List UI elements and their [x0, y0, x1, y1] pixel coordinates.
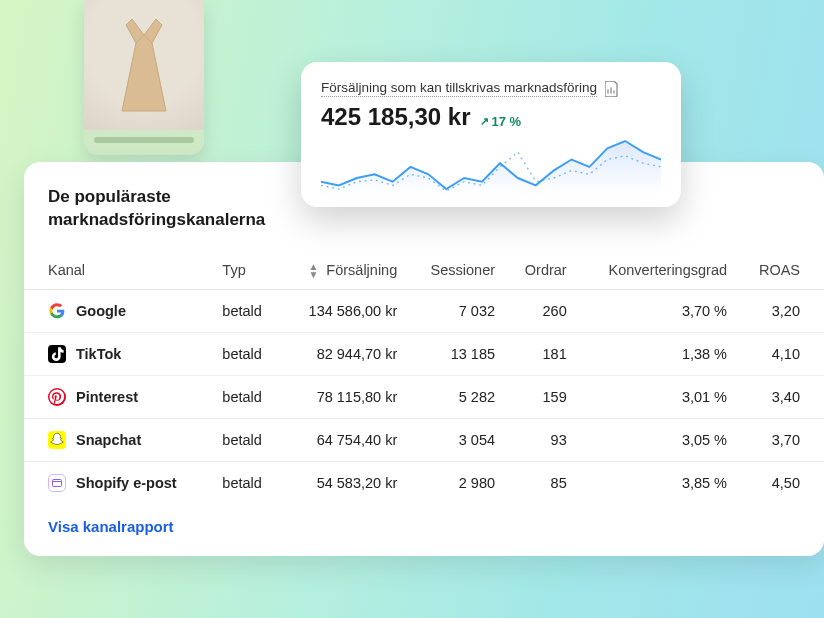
- channel-name: Google: [76, 303, 126, 319]
- cell-sessioner: 5 282: [407, 376, 505, 419]
- cell-typ: betald: [212, 419, 281, 462]
- table-row[interactable]: Googlebetald134 586,00 kr7 0322603,70 %3…: [24, 290, 824, 333]
- cell-typ: betald: [212, 290, 281, 333]
- google-icon: [48, 302, 66, 320]
- pinterest-icon: [48, 388, 66, 406]
- channel-name: TikTok: [76, 346, 121, 362]
- cell-sessioner: 7 032: [407, 290, 505, 333]
- cell-roas: 4,50: [737, 462, 824, 505]
- cell-typ: betald: [212, 333, 281, 376]
- cell-konvertering: 3,05 %: [577, 419, 737, 462]
- cell-typ: betald: [212, 462, 281, 505]
- channel-name: Pinterest: [76, 389, 138, 405]
- cell-ordrar: 181: [505, 333, 577, 376]
- product-image: [84, 0, 204, 130]
- cell-forsaljning: 82 944,70 kr: [281, 333, 407, 376]
- sales-sparkline: [321, 137, 661, 195]
- product-preview-card: [84, 0, 204, 155]
- attributed-sales-card: Försäljning som kan tillskrivas marknads…: [301, 62, 681, 207]
- cell-roas: 3,40: [737, 376, 824, 419]
- cell-konvertering: 1,38 %: [577, 333, 737, 376]
- trend-up-icon: ↗: [480, 115, 489, 128]
- cell-roas: 3,20: [737, 290, 824, 333]
- col-ordrar[interactable]: Ordrar: [505, 254, 577, 290]
- cell-sessioner: 3 054: [407, 419, 505, 462]
- stat-delta: ↗ 17 %: [480, 114, 521, 129]
- channel-name: Shopify e-post: [76, 475, 177, 491]
- stat-value: 425 185,30 kr: [321, 103, 470, 131]
- table-row[interactable]: Pinterestbetald78 115,80 kr5 2821593,01 …: [24, 376, 824, 419]
- view-channel-report-link[interactable]: Visa kanalrapport: [48, 518, 174, 535]
- col-sessioner[interactable]: Sessioner: [407, 254, 505, 290]
- svg-rect-0: [53, 480, 62, 487]
- shopify-icon: [48, 474, 66, 492]
- channels-table: Kanal Typ ▲▼ Försäljning Sessioner Ordra…: [24, 254, 824, 504]
- table-row[interactable]: Snapchatbetald64 754,40 kr3 054933,05 %3…: [24, 419, 824, 462]
- stat-title: Försäljning som kan tillskrivas marknads…: [321, 80, 597, 97]
- top-channels-card: De populäraste marknadsföringskanalerna …: [24, 162, 824, 556]
- cell-ordrar: 159: [505, 376, 577, 419]
- cell-ordrar: 260: [505, 290, 577, 333]
- cell-forsaljning: 64 754,40 kr: [281, 419, 407, 462]
- cell-konvertering: 3,70 %: [577, 290, 737, 333]
- dress-illustration: [114, 15, 174, 115]
- col-kanal[interactable]: Kanal: [24, 254, 212, 290]
- cell-sessioner: 2 980: [407, 462, 505, 505]
- cell-forsaljning: 54 583,20 kr: [281, 462, 407, 505]
- cell-typ: betald: [212, 376, 281, 419]
- product-caption-placeholder: [94, 137, 194, 143]
- table-row[interactable]: TikTokbetald82 944,70 kr13 1851811,38 %4…: [24, 333, 824, 376]
- cell-roas: 3,70: [737, 419, 824, 462]
- cell-ordrar: 85: [505, 462, 577, 505]
- tiktok-icon: [48, 345, 66, 363]
- table-row[interactable]: Shopify e-postbetald54 583,20 kr2 980853…: [24, 462, 824, 505]
- channels-title: De populäraste marknadsföringskanalerna: [24, 186, 324, 232]
- stat-delta-value: 17 %: [491, 114, 521, 129]
- col-forsaljning-label: Försäljning: [326, 262, 397, 278]
- col-konvertering[interactable]: Konverteringsgrad: [577, 254, 737, 290]
- col-roas[interactable]: ROAS: [737, 254, 824, 290]
- col-forsaljning[interactable]: ▲▼ Försäljning: [281, 254, 407, 290]
- cell-ordrar: 93: [505, 419, 577, 462]
- report-icon[interactable]: [605, 81, 619, 97]
- cell-konvertering: 3,01 %: [577, 376, 737, 419]
- cell-konvertering: 3,85 %: [577, 462, 737, 505]
- cell-sessioner: 13 185: [407, 333, 505, 376]
- channel-name: Snapchat: [76, 432, 141, 448]
- sort-icon: ▲▼: [308, 263, 318, 279]
- snapchat-icon: [48, 431, 66, 449]
- cell-forsaljning: 134 586,00 kr: [281, 290, 407, 333]
- cell-forsaljning: 78 115,80 kr: [281, 376, 407, 419]
- cell-roas: 4,10: [737, 333, 824, 376]
- col-typ[interactable]: Typ: [212, 254, 281, 290]
